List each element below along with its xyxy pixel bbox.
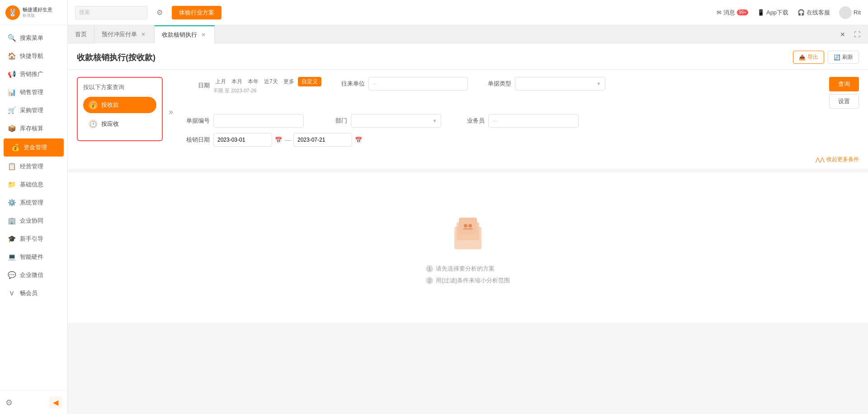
dept-select[interactable]: ▼ bbox=[351, 114, 441, 128]
sidebar-item-search[interactable]: 🔍 搜索菜单 bbox=[0, 29, 67, 47]
collapse-button[interactable]: » bbox=[166, 77, 175, 147]
date-quick-buttons: 上月 本月 本年 近7天 更多 自定义 bbox=[213, 77, 321, 86]
main-area: 搜索 ⚙ 体验行业方案 ✉ 消息 99+ 📱 App下载 🎧 在线客服 Rit bbox=[68, 0, 868, 414]
header-search-box[interactable]: 搜索 bbox=[75, 6, 147, 19]
verify-date-start-input[interactable] bbox=[213, 133, 272, 147]
dept-label: 部门 bbox=[320, 117, 347, 125]
tip-num-1: 1 bbox=[426, 265, 433, 272]
enterprise-icon: 🏢 bbox=[7, 216, 16, 225]
tab-collection[interactable]: 收款核销执行 ✕ bbox=[155, 25, 215, 43]
filter-option-receivable-label: 按应收 bbox=[101, 120, 119, 128]
counterpart-label: 往来单位 bbox=[338, 80, 365, 88]
sidebar: 🐰 畅捷通好生意 标准版 🔍 搜索菜单 🏠 快捷导航 📢 营销推广 📊 销售管理… bbox=[0, 0, 68, 414]
solution-button[interactable]: 体验行业方案 bbox=[172, 6, 222, 19]
online-service-item[interactable]: 🎧 在线客服 bbox=[797, 9, 830, 17]
sidebar-item-purchase[interactable]: 🛒 采购管理 bbox=[0, 101, 67, 119]
sidebar-item-wechat[interactable]: 💬 企业微信 bbox=[0, 266, 67, 284]
calendar-start-icon[interactable]: 📅 bbox=[275, 137, 282, 143]
dept-field-group: 部门 ▼ bbox=[320, 114, 441, 128]
tab-prepay-close-icon[interactable]: ✕ bbox=[140, 31, 147, 38]
query-buttons: 查询 设置 bbox=[829, 77, 859, 109]
purchase-icon: 🛒 bbox=[7, 106, 16, 115]
wechat-icon: 💬 bbox=[7, 271, 16, 280]
sidebar-item-quick-nav[interactable]: 🏠 快捷导航 bbox=[0, 47, 67, 65]
sidebar-item-inventory[interactable]: 📦 库存核算 bbox=[0, 119, 67, 138]
tab-expand-icon[interactable]: ⛶ bbox=[852, 29, 863, 40]
sidebar-footer: ⚙ ◀ bbox=[0, 390, 67, 414]
staff-input[interactable]: ··· bbox=[488, 114, 579, 128]
staff-field-group: 业务员 ··· bbox=[458, 114, 579, 128]
counterpart-placeholder: ··· bbox=[373, 81, 377, 87]
sidebar-item-operations[interactable]: 📋 经营管理 bbox=[0, 157, 67, 176]
sidebar-label-hardware: 智能硬件 bbox=[20, 253, 43, 261]
collapse-more-button[interactable]: ⋀⋀ 收起更多条件 bbox=[816, 156, 859, 163]
tab-prepay[interactable]: 预付冲应付单 ✕ bbox=[94, 25, 155, 43]
dept-chevron-icon: ▼ bbox=[432, 118, 437, 124]
footer-settings-icon[interactable]: ⚙ bbox=[5, 398, 13, 408]
empty-state: 1 请先选择要分析的方案 2 用[过滤]条件来缩小分析范围 bbox=[68, 172, 868, 323]
tab-collection-label: 收款核销执行 bbox=[162, 31, 197, 39]
collapse-more-label: 收起更多条件 bbox=[826, 156, 859, 163]
date-btn-custom[interactable]: 自定义 bbox=[298, 77, 321, 86]
sidebar-item-basic-info[interactable]: 📁 基础信息 bbox=[0, 176, 67, 194]
app-download-icon: 📱 bbox=[757, 9, 764, 16]
sidebar-item-sales[interactable]: 📊 销售管理 bbox=[0, 83, 67, 101]
svg-point-3 bbox=[464, 224, 467, 228]
staff-placeholder: ··· bbox=[492, 118, 497, 124]
tab-close-all-icon[interactable]: ✕ bbox=[837, 29, 848, 40]
date-range-separator: — bbox=[285, 137, 291, 143]
logo-area: 🐰 畅捷通好生意 标准版 bbox=[0, 0, 67, 25]
sidebar-item-hardware[interactable]: 💻 智能硬件 bbox=[0, 248, 67, 266]
app-download-item[interactable]: 📱 App下载 bbox=[757, 9, 788, 17]
tip-text-2: 用[过滤]条件来缩小分析范围 bbox=[436, 275, 509, 286]
message-item[interactable]: ✉ 消息 99+ bbox=[717, 9, 748, 17]
counterpart-input[interactable]: ··· bbox=[368, 77, 468, 90]
svg-rect-2 bbox=[459, 218, 477, 233]
date-btn-last-month[interactable]: 上月 bbox=[213, 77, 228, 86]
sidebar-label-marketing: 营销推广 bbox=[20, 70, 43, 78]
settings-button[interactable]: 设置 bbox=[829, 94, 859, 109]
sidebar-item-finance[interactable]: 💰 资金管理 bbox=[4, 138, 64, 157]
sidebar-item-marketing[interactable]: 📢 营销推广 bbox=[0, 65, 67, 83]
date-btn-7days[interactable]: 近7天 bbox=[262, 77, 280, 86]
filter-option-receipt-label: 按收款 bbox=[101, 101, 119, 109]
sidebar-item-guide[interactable]: 🎓 新手引导 bbox=[0, 230, 67, 248]
verify-date-end-input[interactable] bbox=[293, 133, 352, 147]
top-header: 搜索 ⚙ 体验行业方案 ✉ 消息 99+ 📱 App下载 🎧 在线客服 Rit bbox=[68, 0, 868, 25]
export-button[interactable]: 📤 导出 bbox=[793, 51, 824, 64]
receipt-icon: 💰 bbox=[89, 100, 98, 109]
footer-collapse-icon[interactable]: ◀ bbox=[49, 396, 62, 409]
tip-num-2: 2 bbox=[426, 277, 433, 284]
settings-gear-icon[interactable]: ⚙ bbox=[153, 6, 166, 19]
sidebar-item-enterprise[interactable]: 🏢 企业协同 bbox=[0, 212, 67, 230]
tab-collection-close-icon[interactable]: ✕ bbox=[200, 31, 207, 38]
sidebar-item-member[interactable]: V 畅会员 bbox=[0, 284, 67, 302]
date-btn-this-year[interactable]: 本年 bbox=[246, 77, 260, 86]
search-icon: 🔍 bbox=[7, 33, 16, 43]
page-title: 收款核销执行(按收款) bbox=[77, 52, 156, 68]
tab-prepay-label: 预付冲应付单 bbox=[102, 30, 137, 38]
empty-illustration bbox=[441, 209, 495, 254]
query-button[interactable]: 查询 bbox=[829, 77, 859, 91]
refresh-button[interactable]: 🔄 刷新 bbox=[828, 51, 859, 64]
sidebar-item-system[interactable]: ⚙️ 系统管理 bbox=[0, 194, 67, 212]
date-btn-more[interactable]: 更多 bbox=[282, 77, 296, 86]
tab-home-label: 首页 bbox=[75, 30, 87, 38]
tab-bar-right: ✕ ⛶ bbox=[837, 29, 868, 40]
sidebar-label-system: 系统管理 bbox=[20, 199, 43, 207]
doc-type-select[interactable]: ▼ bbox=[515, 77, 605, 90]
tab-bar: 首页 预付冲应付单 ✕ 收款核销执行 ✕ ✕ ⛶ bbox=[68, 25, 868, 43]
filter-option-by-receipt[interactable]: 💰 按收款 bbox=[83, 97, 156, 113]
filter-option-by-receivable[interactable]: 🕐 按应收 bbox=[83, 116, 156, 132]
filter-area: 按以下方案查询 💰 按收款 🕐 按应收 » 日期 bbox=[68, 70, 868, 154]
search-placeholder: 搜索 bbox=[79, 9, 90, 16]
calendar-end-icon[interactable]: 📅 bbox=[355, 137, 362, 143]
finance-icon: 💰 bbox=[11, 143, 20, 152]
doc-no-input[interactable] bbox=[213, 114, 304, 128]
sidebar-label-search: 搜索菜单 bbox=[20, 34, 43, 42]
user-info[interactable]: Rit bbox=[839, 6, 861, 19]
date-btn-this-month[interactable]: 本月 bbox=[230, 77, 244, 86]
verify-date-field-group: 核销日期 📅 — 📅 bbox=[183, 133, 362, 147]
tab-home[interactable]: 首页 bbox=[68, 25, 94, 43]
filter-row-2: 单据编号 部门 ▼ 业务员 ··· bbox=[183, 114, 859, 128]
